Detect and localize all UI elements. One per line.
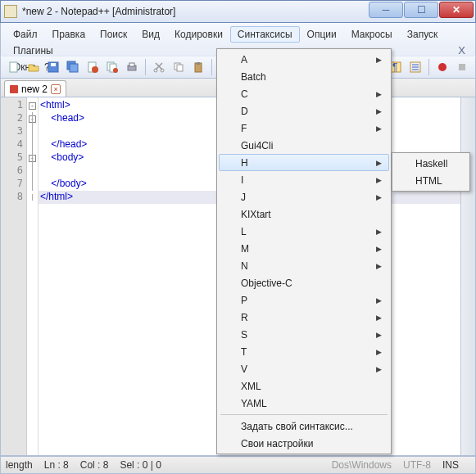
save-button[interactable] xyxy=(44,58,62,76)
syntax-item-yaml[interactable]: YAML xyxy=(219,395,389,412)
menu-run[interactable]: Запуск xyxy=(400,26,446,43)
menu-encoding[interactable]: Кодировки xyxy=(167,26,230,43)
svg-rect-15 xyxy=(177,65,183,71)
submenu-arrow-icon: ▶ xyxy=(376,90,382,98)
maximize-button[interactable]: ☐ xyxy=(404,2,438,18)
close-button[interactable]: ✕ xyxy=(439,2,474,18)
submenu-arrow-icon: ▶ xyxy=(376,176,382,184)
submenu-arrow-icon: ▶ xyxy=(376,262,382,270)
syntax-settings[interactable]: Свои настройки xyxy=(219,435,389,452)
fold-icon[interactable]: - xyxy=(29,102,36,110)
syntax-item-gui4cli[interactable]: Gui4Cli xyxy=(219,137,389,154)
syntax-item-v[interactable]: V▶ xyxy=(219,360,389,377)
close-file-button[interactable] xyxy=(84,58,102,76)
syntax-item-a[interactable]: A▶ xyxy=(219,51,389,68)
syntax-item-l[interactable]: L▶ xyxy=(219,223,389,240)
svg-rect-4 xyxy=(70,64,78,72)
svg-rect-23 xyxy=(459,64,465,70)
menu-syntax[interactable]: Синтаксисы xyxy=(230,26,300,43)
syntax-item-objc[interactable]: Objective-C xyxy=(219,274,389,291)
close-doc-button[interactable]: X xyxy=(453,43,470,58)
svg-rect-17 xyxy=(197,62,200,65)
syntax-item-c[interactable]: C▶ xyxy=(219,85,389,102)
menu-options[interactable]: Опции xyxy=(300,26,344,43)
submenu-arrow-icon: ▶ xyxy=(376,193,382,201)
status-eol: Dos\Windows xyxy=(332,459,392,471)
submenu-arrow-icon: ▶ xyxy=(376,56,382,64)
svg-text:¶: ¶ xyxy=(392,61,397,73)
syntax-item-i[interactable]: I▶ xyxy=(219,171,389,188)
svg-point-22 xyxy=(438,63,447,71)
record-macro-button[interactable] xyxy=(433,58,451,76)
separator xyxy=(211,59,212,75)
syntax-custom[interactable]: Задать свой синтаксис... xyxy=(219,418,389,435)
syntax-item-batch[interactable]: Batch xyxy=(219,68,389,85)
syntax-item-p[interactable]: P▶ xyxy=(219,291,389,309)
status-col: Col : 8 xyxy=(80,459,109,471)
menu-edit[interactable]: Правка xyxy=(45,26,93,43)
submenu-arrow-icon: ▶ xyxy=(376,314,382,322)
syntax-item-r[interactable]: R▶ xyxy=(219,309,389,326)
menu-separator xyxy=(220,414,388,415)
indent-guide-button[interactable] xyxy=(406,58,424,76)
menu-file[interactable]: Файл xyxy=(6,26,45,43)
syntax-item-xml[interactable]: XML xyxy=(219,377,389,395)
syntax-item-m[interactable]: M▶ xyxy=(219,240,389,257)
svg-rect-0 xyxy=(10,62,17,72)
submenu-arrow-icon: ▶ xyxy=(376,159,382,167)
svg-rect-11 xyxy=(129,63,134,66)
syntax-item-h[interactable]: H▶ xyxy=(219,154,389,171)
submenu-haskell[interactable]: Haskell xyxy=(394,155,468,172)
syntax-item-n[interactable]: N▶ xyxy=(219,257,389,274)
syntax-submenu-h: Haskell HTML xyxy=(392,152,470,192)
syntax-item-f[interactable]: F▶ xyxy=(219,120,389,137)
menu-search[interactable]: Поиск xyxy=(93,26,134,43)
submenu-arrow-icon: ▶ xyxy=(376,348,382,356)
status-line: Ln : 8 xyxy=(44,459,69,471)
submenu-arrow-icon: ▶ xyxy=(376,124,382,133)
syntax-item-j[interactable]: J▶ xyxy=(219,188,389,205)
tab-label: new 2 xyxy=(21,84,48,95)
submenu-arrow-icon: ▶ xyxy=(376,331,382,339)
file-tab[interactable]: new 2 × xyxy=(4,80,66,97)
print-button[interactable] xyxy=(123,58,141,76)
save-all-button[interactable] xyxy=(64,58,82,76)
menu-macros[interactable]: Макросы xyxy=(344,26,400,43)
separator xyxy=(428,59,429,75)
separator xyxy=(145,59,146,75)
menu-plugins[interactable]: Плагины xyxy=(6,43,61,59)
window-title: *new 2 - Notepad++ [Administrator] xyxy=(22,6,175,17)
syntax-item-d[interactable]: D▶ xyxy=(219,102,389,120)
fold-margin[interactable]: - - - xyxy=(27,97,39,455)
open-file-button[interactable] xyxy=(25,58,43,76)
submenu-arrow-icon: ▶ xyxy=(376,228,382,236)
syntax-item-s[interactable]: S▶ xyxy=(219,326,389,343)
syntax-item-t[interactable]: T▶ xyxy=(219,343,389,360)
menu-view[interactable]: Вид xyxy=(134,26,167,43)
paste-button[interactable] xyxy=(189,58,207,76)
submenu-html[interactable]: HTML xyxy=(394,172,468,189)
close-all-button[interactable] xyxy=(103,58,121,76)
new-file-button[interactable] xyxy=(5,58,23,76)
submenu-arrow-icon: ▶ xyxy=(376,245,382,253)
vertical-scrollbar[interactable] xyxy=(460,97,475,455)
minimize-button[interactable]: ─ xyxy=(369,2,403,18)
submenu-arrow-icon: ▶ xyxy=(376,107,382,115)
tab-close-button[interactable]: × xyxy=(51,84,61,94)
status-sel: Sel : 0 | 0 xyxy=(120,459,161,471)
stop-macro-button[interactable] xyxy=(453,58,471,76)
submenu-arrow-icon: ▶ xyxy=(376,365,382,373)
copy-button[interactable] xyxy=(170,58,188,76)
status-ins: INS xyxy=(442,459,459,471)
status-length: length xyxy=(6,459,33,471)
titlebar: *new 2 - Notepad++ [Administrator] ─ ☐ ✕ xyxy=(0,0,476,23)
line-numbers: 1 2 3 4 5 6 7 8 xyxy=(1,97,27,455)
syntax-dropdown: A▶BatchC▶D▶F▶Gui4CliH▶I▶J▶KIXtartL▶M▶N▶O… xyxy=(216,48,392,454)
syntax-item-kixtart[interactable]: KIXtart xyxy=(219,205,389,223)
svg-point-6 xyxy=(92,66,98,73)
app-icon xyxy=(4,5,17,18)
svg-point-9 xyxy=(113,68,118,73)
cut-button[interactable] xyxy=(150,58,168,76)
status-bar: length Ln : 8 Col : 8 Sel : 0 | 0 Dos\Wi… xyxy=(0,456,476,474)
submenu-arrow-icon: ▶ xyxy=(376,296,382,305)
